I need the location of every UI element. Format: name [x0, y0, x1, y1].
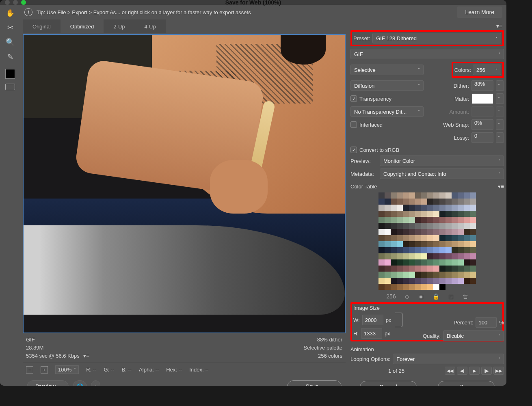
color-swatch-cell[interactable] [403, 272, 409, 278]
color-swatch-cell[interactable] [415, 241, 421, 247]
color-swatch-cell[interactable] [464, 217, 470, 223]
color-swatch-cell[interactable] [427, 223, 433, 229]
color-swatch-cell[interactable] [439, 199, 445, 205]
color-swatch-cell[interactable] [439, 266, 445, 272]
color-swatch-cell[interactable] [439, 253, 445, 259]
color-swatch-cell[interactable] [415, 223, 421, 229]
color-swatch-cell[interactable] [397, 199, 403, 205]
color-swatch-cell[interactable] [421, 217, 427, 223]
color-swatch-cell[interactable] [470, 278, 476, 284]
color-swatch-cell[interactable] [464, 259, 470, 266]
color-swatch-cell[interactable] [433, 272, 439, 278]
color-swatch-cell[interactable] [445, 223, 452, 229]
color-swatch-cell[interactable] [470, 247, 476, 253]
color-swatch-cell[interactable] [427, 235, 433, 241]
color-swatch-cell[interactable] [415, 235, 421, 241]
color-swatch-cell[interactable] [433, 211, 439, 217]
color-swatch-cell[interactable] [421, 259, 427, 266]
hand-tool-icon[interactable]: ✋ [4, 8, 17, 18]
color-swatch-cell[interactable] [433, 284, 439, 290]
color-swatch-cell[interactable] [452, 278, 458, 284]
color-swatch-cell[interactable] [421, 205, 427, 211]
color-swatch-cell[interactable] [385, 205, 391, 211]
color-swatch-cell[interactable] [385, 211, 391, 217]
color-swatch-cell[interactable] [385, 235, 391, 241]
color-swatch-cell[interactable] [470, 266, 476, 272]
color-swatch-cell[interactable] [378, 229, 385, 235]
color-swatch-cell[interactable] [464, 192, 470, 199]
color-swatch-cell[interactable] [415, 278, 421, 284]
toggle-slices-icon[interactable] [5, 84, 15, 90]
transparency-checkbox[interactable] [350, 95, 357, 102]
websnap-input[interactable]: 0% [471, 119, 493, 130]
percent-input[interactable] [476, 317, 497, 328]
done-button[interactable]: Done [438, 381, 495, 386]
color-swatch-cell[interactable] [421, 253, 427, 259]
color-swatch-cell[interactable] [391, 205, 397, 211]
color-swatch-cell[interactable] [433, 247, 439, 253]
colors-select[interactable]: 256˅ [473, 65, 501, 75]
color-swatch-cell[interactable] [427, 217, 433, 223]
color-swatch-cell[interactable] [403, 241, 409, 247]
color-swatch-cell[interactable] [403, 211, 409, 217]
color-swatch-cell[interactable] [464, 235, 470, 241]
browser-preview-icon[interactable]: 🌐 [73, 380, 87, 386]
color-swatch-cell[interactable] [409, 284, 415, 290]
color-table-grid[interactable] [378, 192, 476, 290]
color-swatch-cell[interactable] [385, 217, 391, 223]
color-swatch-cell[interactable] [452, 229, 458, 235]
ct-trash-icon[interactable]: 🗑 [463, 293, 468, 300]
color-swatch-cell[interactable] [415, 205, 421, 211]
color-swatch-cell[interactable] [403, 229, 409, 235]
color-swatch-cell[interactable] [378, 192, 385, 199]
color-swatch-cell[interactable] [464, 278, 470, 284]
color-swatch-cell[interactable] [415, 266, 421, 272]
color-swatch-cell[interactable] [403, 217, 409, 223]
color-swatch-cell[interactable] [445, 229, 452, 235]
color-swatch-cell[interactable] [452, 192, 458, 199]
color-swatch-cell[interactable] [397, 266, 403, 272]
color-swatch-cell[interactable] [391, 272, 397, 278]
color-swatch-cell[interactable] [470, 223, 476, 229]
color-swatch-cell[interactable] [403, 247, 409, 253]
color-swatch-cell[interactable] [421, 223, 427, 229]
color-swatch-cell[interactable] [385, 253, 391, 259]
color-swatch-cell[interactable] [470, 217, 476, 223]
color-swatch-cell[interactable] [403, 199, 409, 205]
color-swatch-cell[interactable] [470, 199, 476, 205]
color-swatch-cell[interactable] [452, 235, 458, 241]
color-swatch-cell[interactable] [464, 223, 470, 229]
color-swatch-cell[interactable] [458, 235, 464, 241]
color-swatch-cell[interactable] [397, 192, 403, 199]
color-swatch-cell[interactable] [421, 192, 427, 199]
color-swatch-cell[interactable] [403, 259, 409, 266]
color-swatch-cell[interactable] [403, 284, 409, 290]
tab-optimized[interactable]: Optimized [61, 19, 104, 33]
color-swatch-cell[interactable] [378, 235, 385, 241]
color-swatch-cell[interactable] [397, 223, 403, 229]
color-swatch-cell[interactable] [439, 223, 445, 229]
color-swatch-cell[interactable] [409, 235, 415, 241]
learn-more-button[interactable]: Learn More [457, 6, 502, 18]
lossy-input[interactable]: 0 [471, 132, 493, 143]
color-swatch-cell[interactable] [391, 235, 397, 241]
preset-select[interactable]: GIF 128 Dithered˅ [372, 33, 501, 43]
color-swatch-cell[interactable] [385, 241, 391, 247]
color-swatch-cell[interactable] [385, 247, 391, 253]
color-swatch-cell[interactable] [391, 229, 397, 235]
color-swatch-cell[interactable] [439, 241, 445, 247]
color-swatch-cell[interactable] [415, 211, 421, 217]
color-swatch-cell[interactable] [445, 211, 452, 217]
color-swatch-cell[interactable] [397, 217, 403, 223]
color-swatch-cell[interactable] [385, 272, 391, 278]
convert-srgb-checkbox[interactable] [350, 147, 357, 153]
color-swatch-cell[interactable] [397, 278, 403, 284]
dither-input[interactable]: 88% [471, 80, 493, 91]
color-swatch-cell[interactable] [464, 247, 470, 253]
zoom-tool-icon[interactable]: 🔍 [4, 37, 17, 47]
image-preview[interactable] [23, 34, 346, 333]
color-swatch-cell[interactable] [433, 217, 439, 223]
color-swatch-cell[interactable] [445, 272, 452, 278]
color-swatch-cell[interactable] [470, 259, 476, 266]
dither-stepper[interactable]: ˅ [496, 80, 504, 91]
